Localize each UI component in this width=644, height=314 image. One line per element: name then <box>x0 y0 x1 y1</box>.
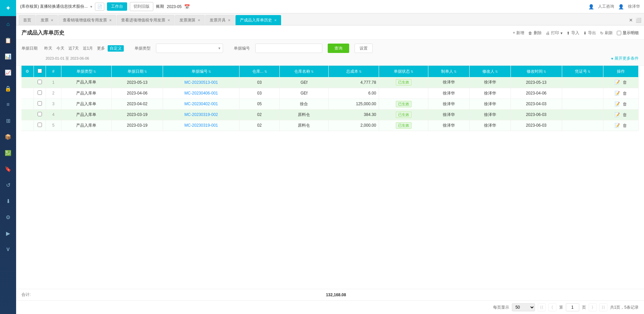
number-input[interactable] <box>255 44 322 53</box>
switch-version-btn[interactable]: 切到旧版 <box>130 2 153 11</box>
tab-invoice-calc[interactable]: 发票测算 ✕ <box>175 15 205 25</box>
tab-purchase-vat[interactable]: 查看进项增值税专用发票 ✕ <box>117 15 174 25</box>
tab-close-all[interactable]: ✕ <box>629 17 633 23</box>
row-number[interactable]: MC-20230402-001 <box>163 99 239 109</box>
tab-invoice-calc-close[interactable]: ✕ <box>198 18 200 22</box>
th-number[interactable]: 单据编号⇅ <box>163 66 239 77</box>
tab-home[interactable]: 首页 <box>19 15 36 25</box>
th-checkbox[interactable] <box>34 66 46 77</box>
shortcut-custom[interactable]: 自定义 <box>108 45 124 52</box>
row-checkbox[interactable] <box>38 80 42 84</box>
th-warehouse-code[interactable]: 仓库...⇅ <box>239 66 279 77</box>
row-edit-icon[interactable]: 📝 <box>614 91 620 96</box>
sidebar-item-list[interactable]: ≡ <box>0 97 16 113</box>
shortcut-1month[interactable]: 近1月 <box>82 45 95 52</box>
sidebar-item-v[interactable]: V <box>0 241 16 257</box>
tab-purchase-vat-close[interactable]: ✕ <box>167 18 170 22</box>
row-delete-icon[interactable]: 🗑 <box>623 80 627 85</box>
tab-invoice-issue-close[interactable]: ✕ <box>228 18 230 22</box>
th-date[interactable]: 单据日期⇅ <box>111 66 163 77</box>
tab-product-history[interactable]: 产成品入库单历史 ✕ <box>235 15 281 25</box>
import-btn[interactable]: ⬆ 导入 <box>567 30 579 36</box>
print-btn[interactable]: 🖨 打印 ▾ <box>546 30 562 36</box>
sidebar-item-settings[interactable]: ⚙ <box>0 209 16 225</box>
tab-invoice[interactable]: 发票 ✕ <box>36 15 58 25</box>
shortcut-more[interactable]: 更多 <box>96 45 106 52</box>
support-label[interactable]: 人工咨询 <box>598 4 614 9</box>
sidebar-item-download[interactable]: ⬇ <box>0 193 16 209</box>
tab-product-history-close[interactable]: ✕ <box>274 18 277 22</box>
shortcut-today[interactable]: 今天 <box>55 45 66 52</box>
th-warehouse-name[interactable]: 仓库名称⇅ <box>279 66 328 77</box>
row-checkbox[interactable] <box>38 90 42 95</box>
delete-btn[interactable]: 🗑 删除 <box>528 30 542 36</box>
row-checkbox[interactable] <box>38 123 42 127</box>
prev-page-btn[interactable]: ⟨ <box>548 303 556 311</box>
row-number[interactable]: MC-20230513-001 <box>163 77 239 88</box>
row-checkbox-cell[interactable] <box>34 120 46 131</box>
shortcut-yesterday[interactable]: 昨天 <box>43 45 54 52</box>
th-status[interactable]: 单据状态⇅ <box>379 66 428 77</box>
row-delete-icon[interactable]: 🗑 <box>623 123 627 128</box>
row-number[interactable]: MC-20230319-001 <box>163 120 239 131</box>
calendar-icon[interactable]: 📅 <box>184 4 190 9</box>
row-number[interactable]: MC-20230406-001 <box>163 88 239 99</box>
row-checkbox[interactable] <box>38 112 42 116</box>
user-name[interactable]: 徐泽华 <box>628 4 640 9</box>
workbench-btn[interactable]: 工作台 <box>107 2 127 11</box>
new-btn[interactable]: + 新增 <box>513 30 524 36</box>
sidebar-item-table[interactable]: ⊞ <box>0 113 16 129</box>
row-edit-icon[interactable]: 📝 <box>614 80 620 85</box>
filter-settings-btn[interactable]: 设置 <box>355 44 373 53</box>
th-modify-time[interactable]: 修改时间⇅ <box>511 66 562 77</box>
sidebar-item-lock[interactable]: 🔒 <box>0 80 16 97</box>
row-checkbox-cell[interactable] <box>34 99 46 109</box>
shortcut-7days[interactable]: 近7天 <box>67 45 80 52</box>
sidebar-item-stamp[interactable]: 🔖 <box>0 161 16 177</box>
th-type[interactable]: 单据类型⇅ <box>61 66 111 77</box>
row-checkbox-cell[interactable] <box>34 109 46 120</box>
row-checkbox-cell[interactable] <box>34 88 46 99</box>
th-total-cost[interactable]: 总成本⇅ <box>328 66 379 77</box>
row-number[interactable]: MC-20230319-002 <box>163 109 239 120</box>
sidebar-item-chart[interactable]: 📈 <box>0 64 16 80</box>
row-delete-icon[interactable]: 🗑 <box>623 112 627 117</box>
row-edit-icon[interactable]: 📝 <box>614 102 620 107</box>
row-checkbox[interactable] <box>38 101 42 106</box>
next-page-btn[interactable]: ⟩ <box>589 303 597 311</box>
row-edit-icon[interactable]: 📝 <box>614 123 620 128</box>
type-select[interactable] <box>156 44 223 53</box>
tab-expand[interactable]: ⬜ <box>636 17 641 23</box>
first-page-btn[interactable]: ⟨⟨ <box>538 303 546 311</box>
th-modifier[interactable]: 修改人⇅ <box>469 66 511 77</box>
th-creator[interactable]: 制单人⇅ <box>428 66 469 77</box>
tab-invoice-close[interactable]: ✕ <box>51 18 53 22</box>
refresh-btn[interactable]: ↻ 刷新 <box>600 30 613 36</box>
document-btn[interactable]: 📄 <box>95 3 104 11</box>
tab-sales-vat[interactable]: 查看销项增值税专用发票 ✕ <box>58 15 116 25</box>
per-page-select[interactable]: 50 100 200 <box>512 303 535 311</box>
sidebar-item-play[interactable]: ▶ <box>0 225 16 241</box>
row-delete-icon[interactable]: 🗑 <box>623 91 627 96</box>
sidebar-item-tax[interactable]: 💹 <box>0 145 16 161</box>
th-voucher[interactable]: 凭证号⇅ <box>562 66 603 77</box>
page-number-input[interactable] <box>566 303 579 311</box>
row-delete-icon[interactable]: 🗑 <box>623 102 627 107</box>
show-detail-checkbox[interactable] <box>617 31 621 35</box>
export-btn[interactable]: ⬇ 导出 <box>583 30 596 36</box>
print-dropdown-icon[interactable]: ▾ <box>560 31 562 36</box>
expand-btn[interactable]: ▾ 展开更多条件 <box>611 56 639 61</box>
select-all-checkbox[interactable] <box>38 69 42 73</box>
last-page-btn[interactable]: ⟩⟩ <box>599 303 607 311</box>
show-detail-checkbox-wrapper[interactable]: 显示明细 <box>617 30 639 36</box>
tab-invoice-issue[interactable]: 发票开具 ✕ <box>205 15 235 25</box>
sidebar-item-report[interactable]: 📊 <box>0 48 16 64</box>
th-settings[interactable]: ⚙ <box>21 66 34 77</box>
sidebar-item-voucher[interactable]: 📋 <box>0 32 16 48</box>
row-checkbox-cell[interactable] <box>34 77 46 88</box>
row-edit-icon[interactable]: 📝 <box>614 112 620 117</box>
sidebar-item-inventory[interactable]: 📦 <box>0 129 16 145</box>
sidebar-item-refresh[interactable]: ↺ <box>0 177 16 193</box>
sidebar-item-home[interactable]: ⌂ <box>0 16 16 32</box>
dropdown-icon[interactable]: ▾ <box>90 4 92 9</box>
